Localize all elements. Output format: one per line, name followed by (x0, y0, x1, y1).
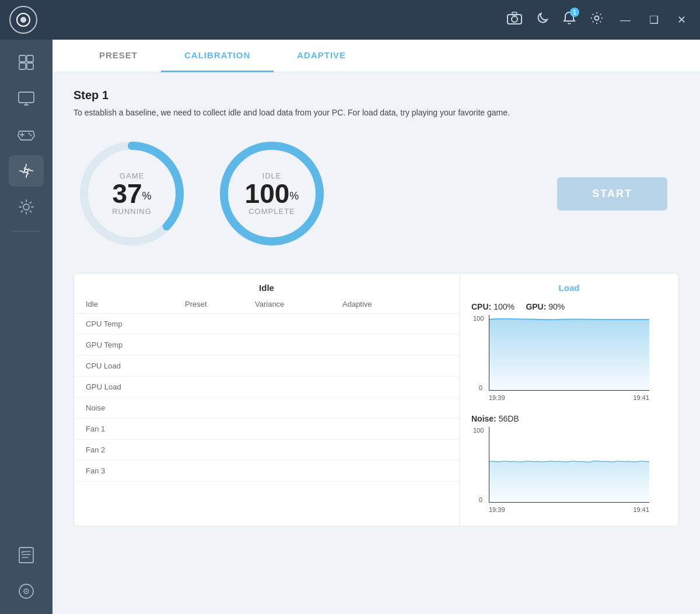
sidebar-item-game[interactable] (9, 119, 44, 150)
noise-chart-title: Noise: 56DB (471, 414, 667, 423)
table-row: GPU Temp (74, 335, 459, 356)
noise-chart-block: Noise: 56DB 100 0 (471, 414, 667, 517)
row-cpu-temp-adaptive (342, 320, 418, 328)
chart-section: Load CPU: 100% GPU: 90% 100 0 (459, 273, 678, 526)
tab-preset[interactable]: PRESET (76, 40, 161, 72)
row-gpu-temp-variance (255, 341, 342, 349)
row-fan3-label: Fan 3 (86, 466, 185, 475)
col-variance: Variance (255, 300, 342, 308)
row-fan3-preset (185, 466, 255, 475)
tab-calibration[interactable]: CALIBRATION (161, 40, 274, 72)
svg-point-5 (595, 16, 599, 20)
row-cpu-temp-variance (255, 320, 342, 328)
row-cpu-load-adaptive (342, 362, 418, 370)
sidebar-item-light[interactable] (9, 191, 44, 223)
sidebar (0, 40, 52, 614)
start-button[interactable]: START (557, 177, 667, 210)
row-gpu-load-adaptive (342, 383, 418, 391)
window-controls: — ❑ ✕ (615, 11, 691, 29)
svg-rect-10 (19, 92, 34, 103)
noise-chart-outer: 100 0 (489, 427, 649, 503)
start-button-area: START (557, 177, 679, 210)
row-noise-adaptive (342, 404, 418, 412)
svg-point-1 (20, 17, 26, 23)
row-cpu-load-variance (255, 362, 342, 370)
table-row: Fan 1 (74, 419, 459, 440)
table-row: Fan 3 (74, 461, 459, 482)
bell-icon[interactable]: 1 (563, 11, 576, 29)
minimize-button[interactable]: — (615, 12, 635, 29)
svg-rect-8 (19, 63, 26, 69)
row-noise-preset (185, 404, 255, 412)
row-gpu-temp-preset (185, 341, 255, 349)
table-row: Noise (74, 398, 459, 419)
row-gpu-load-label: GPU Load (86, 383, 185, 391)
data-panel-inner: Idle Idle Preset Variance Adaptive CPU T… (74, 273, 678, 526)
camera-icon[interactable] (507, 12, 522, 28)
noise-chart: 100 0 (489, 427, 649, 503)
table-row: GPU Load (74, 377, 459, 398)
game-unit: % (142, 190, 152, 202)
tab-bar: PRESET CALIBRATION ADAPTIVE (52, 40, 700, 72)
data-panel: Idle Idle Preset Variance Adaptive CPU T… (74, 273, 679, 527)
cpu-gpu-chart-title: CPU: 100% GPU: 90% (471, 302, 667, 311)
noise-chart-x-start: 19:39 (489, 506, 505, 513)
row-gpu-load-preset (185, 383, 255, 391)
game-circle-inner: GAME 37% RUNNING (112, 171, 152, 216)
svg-rect-7 (27, 55, 33, 62)
table-section: Idle Idle Preset Variance Adaptive CPU T… (74, 273, 459, 526)
step-title: Step 1 (74, 89, 679, 102)
row-noise-label: Noise (86, 404, 185, 412)
notification-badge: 1 (570, 8, 579, 17)
noise-chart-y-min: 0 (479, 496, 482, 503)
main-content: PRESET CALIBRATION ADAPTIVE Step 1 To es… (52, 40, 700, 614)
gpu-value: 90% (548, 302, 565, 311)
cpu-gpu-chart: 100 0 (489, 315, 649, 391)
maximize-button[interactable]: ❑ (645, 11, 663, 29)
sidebar-item-dashboard[interactable] (9, 47, 44, 78)
app-logo (9, 6, 37, 34)
svg-rect-4 (512, 12, 517, 15)
svg-point-14 (23, 204, 29, 210)
sidebar-item-disk[interactable] (9, 576, 44, 607)
cpu-chart-y-min: 0 (479, 384, 482, 391)
svg-point-11 (29, 133, 30, 135)
chart-load-title: Load (471, 283, 667, 293)
circles-area: GAME 37% RUNNING IDLE 100% (74, 135, 679, 252)
game-value: 37 (112, 178, 142, 209)
row-cpu-load-label: CPU Load (86, 362, 185, 370)
row-fan1-adaptive (342, 424, 418, 433)
row-gpu-load-variance (255, 383, 342, 391)
row-fan1-label: Fan 1 (86, 424, 185, 433)
row-cpu-temp-preset (185, 320, 255, 328)
sidebar-item-display[interactable] (9, 83, 44, 114)
col-adaptive: Adaptive (342, 300, 418, 308)
idle-circle-inner: IDLE 100% COMPLETE (245, 171, 299, 216)
row-fan2-label: Fan 2 (86, 445, 185, 454)
moon-icon[interactable] (536, 12, 549, 28)
row-noise-variance (255, 404, 342, 412)
cpu-gpu-chart-block: CPU: 100% GPU: 90% 100 0 (471, 302, 667, 405)
titlebar-icons: 1 (507, 11, 604, 29)
game-circle: GAME 37% RUNNING (74, 135, 190, 252)
idle-circle: IDLE 100% COMPLETE (214, 135, 330, 252)
row-gpu-temp-label: GPU Temp (86, 341, 185, 349)
step-description: To establish a baseline, we need to coll… (74, 107, 679, 119)
idle-unit: % (289, 190, 299, 202)
settings-icon[interactable] (590, 11, 604, 29)
col-idle: Idle (86, 300, 185, 308)
svg-rect-9 (27, 63, 33, 69)
content-area: Step 1 To establish a baseline, we need … (52, 72, 700, 555)
sidebar-item-tasks[interactable] (9, 539, 44, 571)
close-button[interactable]: ✕ (673, 11, 691, 29)
tab-adaptive[interactable]: ADAPTIVE (274, 40, 369, 72)
table-header: Idle Preset Variance Adaptive (74, 300, 459, 314)
cpu-chart-y-max: 100 (473, 315, 484, 322)
svg-point-18 (26, 591, 27, 592)
row-fan2-variance (255, 445, 342, 454)
sidebar-item-fan[interactable] (9, 155, 44, 187)
idle-sublabel: COMPLETE (245, 207, 299, 216)
svg-point-3 (512, 16, 517, 22)
svg-rect-6 (19, 55, 26, 62)
titlebar: 1 — ❑ ✕ (0, 0, 700, 40)
